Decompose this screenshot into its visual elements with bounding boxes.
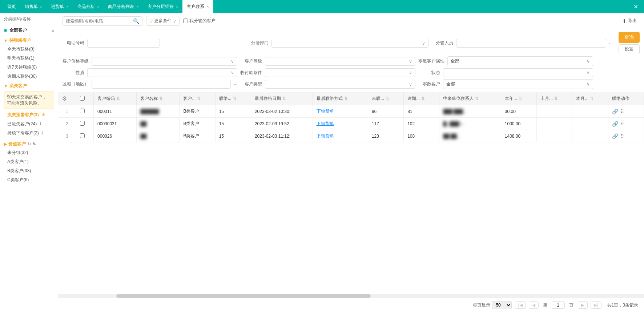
sidebar-search-input[interactable] xyxy=(4,16,58,21)
sort-icon-type[interactable]: ⇅ xyxy=(197,96,201,101)
action-more-icon-1[interactable]: ⠿ xyxy=(620,121,624,127)
sort-icon-contact[interactable]: ⇅ xyxy=(233,96,237,101)
sidebar-item-today-contact[interactable]: 今天待联络(0) xyxy=(0,45,58,54)
scrollbar-thumb[interactable] xyxy=(116,294,371,298)
row-this-month-2 xyxy=(572,130,608,142)
close-customer-contact-tab[interactable]: × xyxy=(206,4,209,9)
nav-sales[interactable]: 销售单 × xyxy=(20,0,47,13)
next-page-btn[interactable]: ▶ xyxy=(578,301,588,309)
sort-icon-this-month[interactable]: ⇅ xyxy=(590,96,593,101)
sidebar-item-declining[interactable]: 持续下滑客户(2) ℹ xyxy=(0,129,58,138)
sidebar-item-7days-contact[interactable]: 近7天待联络(0) xyxy=(0,63,58,72)
edit-icon[interactable]: ✎ xyxy=(32,142,36,147)
status-select[interactable]: ∨ xyxy=(443,68,593,77)
manager-more-icon[interactable]: ··· xyxy=(609,41,613,46)
query-button[interactable]: 查询 xyxy=(619,32,640,43)
select-all-checkbox[interactable] xyxy=(80,96,85,101)
nature-select[interactable]: ∨ xyxy=(87,68,237,77)
export-btn[interactable]: ⬆ 导出 xyxy=(619,16,640,25)
grid-icon: ⊞ xyxy=(4,28,7,33)
main-search-icon[interactable]: 🔍 xyxy=(133,18,139,24)
group-value-customers[interactable]: ▶ 价值客户 ↻ ✎ xyxy=(0,139,58,148)
table-row: 2 00030031 ██ B类客户 15 2023-02-09 19:52: … xyxy=(58,118,644,130)
action-link-icon-0[interactable]: 🔗 xyxy=(612,109,618,114)
nav-home[interactable]: 首页 xyxy=(3,0,20,13)
prev-page-btn[interactable]: ◀ xyxy=(529,301,539,309)
customer-type-select[interactable]: ∨ xyxy=(265,80,415,89)
sort-icon-name[interactable]: ⇅ xyxy=(159,96,163,101)
scattered-select[interactable]: 全部 ∨ xyxy=(443,79,593,89)
close-product-analysis-tab[interactable]: × xyxy=(97,4,99,9)
group-pending-contact[interactable]: ▼ 待联络客户 xyxy=(0,36,58,45)
first-page-btn[interactable]: |◀ xyxy=(515,301,526,309)
phone-input[interactable] xyxy=(87,39,160,48)
nav-customer-segment[interactable]: 客户分层经营 × xyxy=(143,0,182,13)
close-product-analysis-list-tab[interactable]: × xyxy=(136,4,138,9)
setting-button[interactable]: 设置 xyxy=(619,44,640,54)
sort-icon-unit-contact[interactable]: ⇅ xyxy=(475,96,479,101)
per-page-selector: 每页显示 50 20 100 xyxy=(473,301,512,309)
action-more-icon-0[interactable]: ⠿ xyxy=(620,109,624,114)
my-customers-checkbox[interactable] xyxy=(183,19,188,23)
sidebar-item-lost-warning[interactable]: 流失预警客户(3) ⚠ xyxy=(0,110,58,119)
page-input[interactable] xyxy=(552,301,565,309)
sort-icon-uncontact[interactable]: ⇅ xyxy=(386,96,389,101)
scattered-attr-select[interactable]: 全部 ∨ xyxy=(447,56,593,66)
row-last-method-0: 下销货单 xyxy=(313,105,368,118)
sidebar-item-b-class[interactable]: B类客户(33) xyxy=(0,166,58,175)
nature-arrow: ∨ xyxy=(231,70,234,75)
table-body: 1 000011 ██████ B类客户 15 2023-03-02 10:30… xyxy=(58,105,644,142)
horizontal-scrollbar[interactable] xyxy=(58,294,644,298)
sidebar-item-overdue-contact[interactable]: 逾期未联络(30) xyxy=(0,72,58,81)
filter-row-3: 性质 ∨ 收付款条件 ∨ 状态 xyxy=(63,68,640,77)
price-level-select[interactable]: ∨ xyxy=(92,57,237,66)
region-label: 区域（地区） xyxy=(63,81,89,87)
sidebar-item-tomorrow-contact[interactable]: 明天待联络(1) xyxy=(0,54,58,63)
sort-icon-last-method[interactable]: ⇅ xyxy=(344,96,348,101)
more-conditions-btn[interactable]: ▽ 更多条件 ∨ xyxy=(146,16,180,26)
customer-level-select[interactable]: ∨ xyxy=(265,57,415,66)
settings-icon[interactable]: ⚙ xyxy=(62,96,67,102)
manager-input[interactable] xyxy=(456,39,606,48)
nav-customer-contact[interactable]: 客户联系 × xyxy=(182,0,213,13)
refresh-icon[interactable]: ↻ xyxy=(27,142,31,147)
sort-icon-this-year[interactable]: ⇅ xyxy=(519,96,522,101)
nav-product-analysis-list[interactable]: 商品分析列表 × xyxy=(104,0,143,13)
close-purchase-tab[interactable]: × xyxy=(66,4,68,9)
row-type-1: B类客户 xyxy=(180,118,215,130)
sidebar-item-a-class[interactable]: A类客户(1) xyxy=(0,157,58,166)
filter-dept: 分管部门 ∨ xyxy=(247,39,428,48)
per-page-select[interactable]: 50 20 100 xyxy=(492,301,512,309)
sidebar-item-ungrouped[interactable]: 未分组(32) xyxy=(0,148,58,157)
row-code-0: 000011 xyxy=(94,105,137,118)
payment-label: 收付款条件 xyxy=(240,70,262,76)
nav-purchase[interactable]: 进货单 × xyxy=(47,0,73,13)
group-lost-customers[interactable]: ▼ 流失客户 xyxy=(0,81,58,90)
row-code-1: 00030031 xyxy=(94,118,137,130)
close-sales-tab[interactable]: × xyxy=(40,4,42,9)
all-customers-header[interactable]: ⊞ 全部客户 « xyxy=(0,25,58,36)
action-link-icon-1[interactable]: 🔗 xyxy=(612,121,618,127)
region-input[interactable] xyxy=(92,80,231,89)
row-last-date-0: 2023-03-02 10:30: xyxy=(251,105,313,118)
sidebar-item-c-class[interactable]: C类客户(6) xyxy=(0,175,58,185)
nav-product-analysis[interactable]: 商品分析 × xyxy=(73,0,104,13)
last-page-btn[interactable]: ▶| xyxy=(591,301,601,309)
window-close-button[interactable]: ✕ xyxy=(631,3,641,10)
row-select-0[interactable] xyxy=(80,109,85,113)
main-search-input[interactable] xyxy=(66,19,133,24)
sort-icon-overdue[interactable]: ⇅ xyxy=(421,96,425,101)
row-select-1[interactable] xyxy=(80,121,85,126)
col-header-last-month: 上月...⇅ xyxy=(537,92,572,105)
region-more-icon[interactable]: ··· xyxy=(234,82,237,87)
sort-icon-last-date[interactable]: ⇅ xyxy=(282,96,286,101)
dept-select[interactable]: ∨ xyxy=(271,39,428,48)
row-select-2[interactable] xyxy=(80,133,85,138)
close-customer-segment-tab[interactable]: × xyxy=(176,4,178,9)
sidebar-item-already-lost[interactable]: 已流失客户(24) ℹ xyxy=(0,119,58,129)
sort-icon-last-month[interactable]: ⇅ xyxy=(554,96,558,101)
action-link-icon-2[interactable]: 🔗 xyxy=(612,133,618,139)
payment-select[interactable]: ∨ xyxy=(265,68,415,77)
sort-icon-code[interactable]: ⇅ xyxy=(116,96,120,101)
action-more-icon-2[interactable]: ⠿ xyxy=(620,133,624,139)
